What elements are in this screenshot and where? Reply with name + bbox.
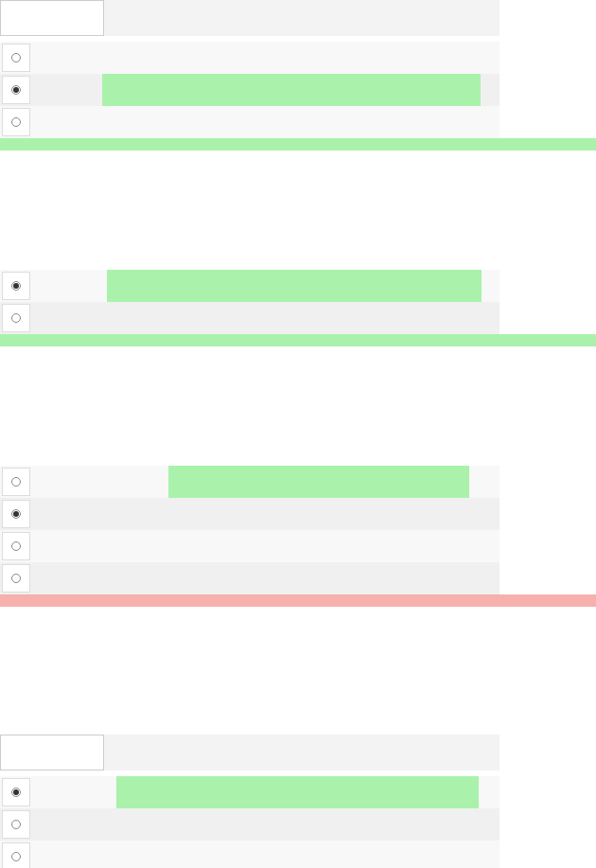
radio-circle bbox=[11, 281, 21, 291]
q3-option-2-label bbox=[32, 530, 500, 562]
q2-option-1-radio[interactable] bbox=[2, 304, 30, 332]
radio-circle bbox=[11, 574, 21, 583]
radio-circle bbox=[11, 313, 21, 323]
q3-option-3-radio[interactable] bbox=[2, 564, 30, 593]
q2-explanation-area bbox=[0, 346, 596, 460]
q4-option-2-radio[interactable] bbox=[2, 842, 30, 868]
q1-option-2[interactable] bbox=[0, 106, 500, 138]
radio-dot bbox=[13, 511, 19, 517]
q2-option-0[interactable] bbox=[0, 270, 500, 302]
q1-option-1-correct-highlight bbox=[102, 74, 481, 106]
q1-option-0-radio[interactable] bbox=[2, 44, 30, 72]
q3-option-0-correct-highlight bbox=[168, 466, 469, 498]
q1-option-1[interactable] bbox=[0, 74, 500, 106]
q1-option-2-label bbox=[32, 106, 500, 138]
q1-option-0-label bbox=[32, 42, 500, 74]
q3-explanation-area bbox=[0, 607, 596, 735]
q4-option-2-label bbox=[32, 841, 500, 868]
radio-circle bbox=[11, 85, 21, 95]
q4-option-1-radio[interactable] bbox=[2, 810, 30, 839]
q1-text-input[interactable] bbox=[0, 0, 104, 36]
q3-option-1-radio[interactable] bbox=[2, 500, 30, 528]
q4-input-row bbox=[0, 735, 500, 771]
q4-text-input[interactable] bbox=[0, 735, 104, 771]
q1-option-1-radio[interactable] bbox=[2, 76, 30, 104]
q1-result-bar bbox=[0, 138, 596, 151]
q4-option-2[interactable] bbox=[0, 841, 500, 868]
q4-option-1[interactable] bbox=[0, 808, 500, 841]
q3-option-1[interactable] bbox=[0, 498, 500, 530]
q2-option-0-radio[interactable] bbox=[2, 272, 30, 300]
q3-option-3[interactable] bbox=[0, 562, 500, 594]
q2-option-0-correct-highlight bbox=[107, 270, 482, 302]
radio-circle bbox=[11, 53, 21, 62]
q3-option-2-radio[interactable] bbox=[2, 532, 30, 560]
q2-option-1[interactable] bbox=[0, 302, 500, 334]
q3-option-2[interactable] bbox=[0, 530, 500, 562]
radio-circle bbox=[11, 788, 21, 797]
radio-circle bbox=[11, 509, 21, 519]
radio-circle bbox=[11, 820, 21, 829]
q3-option-0-radio[interactable] bbox=[2, 468, 30, 496]
q3-option-0[interactable] bbox=[0, 466, 500, 498]
q2-result-bar bbox=[0, 334, 596, 346]
q3-result-bar bbox=[0, 594, 596, 607]
radio-dot bbox=[13, 789, 19, 795]
q4-option-0-radio[interactable] bbox=[2, 778, 30, 806]
radio-dot bbox=[13, 283, 19, 289]
q4-option-1-label bbox=[32, 808, 500, 841]
q1-input-row bbox=[0, 0, 500, 36]
q3-option-1-label bbox=[32, 498, 500, 530]
q4-option-0[interactable] bbox=[0, 776, 500, 808]
radio-circle bbox=[11, 117, 21, 127]
radio-dot bbox=[13, 87, 19, 93]
radio-circle bbox=[11, 541, 21, 551]
q4-option-0-correct-highlight bbox=[116, 776, 479, 808]
q1-option-0[interactable] bbox=[0, 42, 500, 74]
q2-option-1-label bbox=[32, 302, 500, 334]
radio-circle bbox=[11, 852, 21, 861]
q1-option-2-radio[interactable] bbox=[2, 108, 30, 136]
radio-circle bbox=[11, 477, 21, 487]
q1-explanation-area bbox=[0, 151, 596, 264]
q3-option-3-label bbox=[32, 562, 500, 594]
